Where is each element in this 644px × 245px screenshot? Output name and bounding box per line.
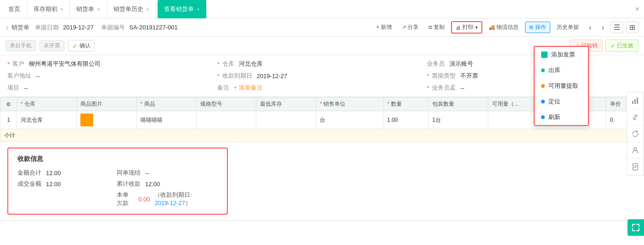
dropdown-available-pickup[interactable]: 可用量提取 [535, 78, 588, 94]
row-product: 嘻嘻嘻嘻 [136, 111, 196, 129]
nav-next[interactable]: › [598, 22, 608, 34]
row-product-img [77, 111, 136, 129]
sidebar-icon-user[interactable] [627, 142, 644, 159]
sidebar-icon-link[interactable] [627, 109, 644, 125]
share-button[interactable]: ↗ 分享 [398, 22, 422, 33]
tab-inventory[interactable]: 库存期初 × [27, 0, 70, 18]
effective-badge[interactable]: ✓ 已生效 [605, 40, 638, 52]
number-label: 单据编号 SA-20191227-001 [101, 23, 178, 32]
from-mobile-badge[interactable]: 来自手机 [6, 40, 36, 51]
payment-title: 收款信息 [17, 155, 218, 163]
note-field: 备注 + 添加备注 [217, 84, 427, 92]
sidebar-icon-refresh[interactable] [627, 125, 644, 142]
project-value: -- [24, 85, 28, 91]
sidebar-icon-doc[interactable] [627, 159, 644, 175]
total-amount: 金额合计 12.00 [17, 169, 109, 177]
svg-rect-1 [634, 99, 636, 104]
doc-title: ↕ 销货单 [6, 23, 29, 32]
col-sales-unit: * 销售单位 [316, 97, 383, 111]
col-spec: 规格型号 [196, 97, 256, 111]
subtotal-label: 小计 [0, 129, 644, 142]
add-invoice-icon [541, 51, 548, 58]
tab-view-sales-close[interactable]: × [197, 6, 199, 12]
row-spec [196, 111, 256, 129]
row-quantity: 1.00 [383, 111, 428, 129]
window-close-button[interactable]: × [635, 5, 639, 13]
row-min-stock [256, 111, 316, 129]
transaction-amount: 成交金额 12.00 [17, 180, 109, 188]
toolbar-left: ↕ 销货单 单据日期 2019-12-27 单据编号 SA-20191227-0… [6, 23, 178, 32]
svg-point-3 [634, 148, 637, 150]
employee-field: 业务员 演示账号 [427, 60, 637, 68]
date-label: 单据日期 2019-12-27 [35, 23, 94, 32]
salesperson-value: -- [460, 85, 464, 91]
add-note-button[interactable]: + 添加备注 [234, 84, 263, 92]
address-value: -- [36, 73, 40, 80]
sub-toolbar-left: 来自手机 未开票 ✓ 确认 [6, 40, 95, 51]
print-button[interactable]: 🖨 打印 ▾ [451, 21, 482, 34]
dropdown-refresh[interactable]: 刷新 [535, 109, 588, 125]
copy-button[interactable]: ⧉ 复制 [425, 22, 448, 33]
not-opened-badge[interactable]: 未开票 [40, 40, 64, 51]
col-product: * 商品 [136, 97, 196, 111]
toolbar-right: + 新增 ↗ 分享 ⧉ 复制 🖨 打印 ▾ 🚚 物流信息 [373, 21, 638, 34]
row-warehouse: 河北仓库 [17, 111, 77, 129]
logistics-button[interactable]: 🚚 物流信息 [485, 22, 522, 33]
ticket-type-value: 不开票 [460, 72, 478, 80]
outbound-icon [541, 68, 545, 72]
dropdown-position[interactable]: 定位 [535, 94, 588, 109]
svg-rect-0 [632, 101, 633, 104]
address-field: 客户地址 -- [7, 72, 217, 80]
tab-bar: 首页 库存期初 × 销货单 × 销货单历史 × 查看销货单 × × [0, 0, 644, 18]
history-button[interactable]: 历史单据 [553, 22, 582, 33]
current-due: 本单欠款 0.00 （收款到期日: 2019-12-27） [117, 191, 209, 207]
view-toggle-list[interactable]: ☰ [610, 22, 623, 33]
employee-value: 演示账号 [449, 60, 473, 68]
number-value: SA-20191227-001 [129, 24, 178, 31]
right-sidebar [627, 92, 644, 176]
doc-meta: 单据日期 2019-12-27 单据编号 SA-20191227-001 [35, 23, 178, 32]
svg-rect-4 [633, 164, 638, 170]
sidebar-icon-chart[interactable] [627, 92, 644, 109]
warehouse-value: 河北仓库 [239, 60, 263, 68]
view-toggle-grid[interactable]: ⊞ [626, 22, 638, 33]
tab-sales-history[interactable]: 销货单历史 × [107, 0, 156, 18]
col-pack-qty: 包装数量 [428, 97, 488, 111]
bottom-section: 收款信息 金额合计 12.00 同单现结 -- 成交金额 12.00 [0, 142, 644, 220]
operations-button[interactable]: ⊞ 操作 [525, 22, 550, 33]
dropdown-add-invoice[interactable]: 添加发票 [535, 47, 588, 63]
tab-home[interactable]: 首页 [4, 0, 27, 18]
due-date-field: * 收款到期日 2019-12-27 [217, 72, 427, 80]
row-num: 1 [0, 111, 17, 129]
ticket-type-field: * 票据类型 不开票 [427, 72, 637, 80]
tab-inventory-close[interactable]: × [60, 6, 63, 12]
doc-type-icon: ↕ [6, 24, 9, 31]
row-sales-unit: 台 [316, 111, 383, 129]
tab-sales-history-close[interactable]: × [146, 6, 149, 12]
payment-grid: 金额合计 12.00 同单现结 -- 成交金额 12.00 累计收款 12.00 [17, 169, 218, 207]
due-date-value: 2019-12-27 [257, 73, 288, 80]
col-product-img: 商品图片 [77, 97, 136, 111]
tab-view-sales[interactable]: 查看销货单 × [158, 0, 206, 18]
tab-sales[interactable]: 销货单 × [70, 0, 107, 18]
refresh-icon [541, 115, 545, 119]
same-order-settlement: 同单现结 -- [117, 169, 209, 177]
new-button[interactable]: + 新增 [373, 22, 395, 33]
payment-info: 收款信息 金额合计 12.00 同单现结 -- 成交金额 12.00 [7, 148, 228, 215]
confirm-button[interactable]: ✓ 确认 [68, 40, 95, 51]
col-warehouse: * 仓库 [17, 97, 77, 111]
nav-prev[interactable]: ‹ [585, 22, 595, 34]
date-value: 2019-12-27 [63, 24, 94, 31]
col-quantity: * 数量 [383, 97, 428, 111]
warehouse-field: * 仓库 河北仓库 [217, 60, 427, 68]
expand-icon[interactable] [627, 219, 644, 236]
dropdown-outbound[interactable]: 出库 [535, 63, 588, 78]
main-toolbar: ↕ 销货单 单据日期 2019-12-27 单据编号 SA-20191227-0… [0, 18, 644, 37]
customer-field: * 客户 柳州粤港平安气体有限公司 [7, 60, 217, 68]
tab-sales-close[interactable]: × [97, 6, 100, 12]
available-pickup-icon [541, 84, 545, 88]
salesperson-field: * 业务员孟 -- [427, 84, 637, 92]
row-pack-qty: 1台 [428, 111, 488, 129]
cumulative-payment: 累计收款 12.00 [117, 180, 209, 188]
col-min-stock: 最低库存 [256, 97, 316, 111]
